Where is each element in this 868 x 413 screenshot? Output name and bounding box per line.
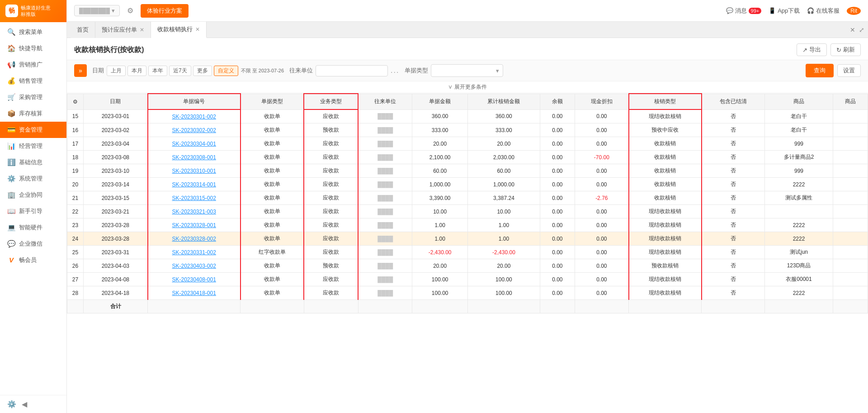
tab-close-all-icon[interactable]: ✕ [850, 26, 855, 33]
date-btn-last-month[interactable]: 上月 [107, 66, 126, 76]
sidebar-item-operation[interactable]: 📊经营管理 [0, 138, 66, 154]
th-voucher-type[interactable]: 单据类型 [241, 94, 304, 109]
cell-voucher-no[interactable]: SK-20230328-001 [148, 218, 241, 232]
cell-writeoff-type: 现结收款核销 [629, 286, 702, 300]
th-product1[interactable]: 商品 [765, 94, 833, 109]
tab-writeoff[interactable]: 收款核销执行 ✕ [151, 22, 207, 38]
cell-biz-type: 应收款 [304, 218, 358, 232]
tab-expand-icon[interactable]: ⤢ [859, 26, 864, 33]
th-date[interactable]: 日期 [84, 94, 148, 109]
date-btn-this-year[interactable]: 本年 [148, 66, 167, 76]
date-btn-custom[interactable]: 自定义 [214, 66, 238, 76]
messages-button[interactable]: 💬 消息 99+ [726, 7, 762, 15]
th-amount[interactable]: 单据金额 [412, 94, 468, 109]
tab-writeoff-close[interactable]: ✕ [195, 26, 200, 33]
sidebar-item-search[interactable]: 🔍搜索菜单 [0, 24, 66, 40]
query-button[interactable]: 查询 [806, 64, 834, 77]
table-row: 272023-04-08SK-20230408-001收款单应收款████100… [67, 273, 868, 286]
cell-voucher-no[interactable]: SK-20230403-002 [148, 259, 241, 273]
tab-receivable[interactable]: 预计应应付单 ✕ [95, 22, 151, 38]
cell-balance: 0.00 [540, 164, 575, 178]
tab-receivable-close[interactable]: ✕ [140, 27, 144, 33]
sidebar-item-finance[interactable]: 💳资金管理 [0, 122, 66, 138]
service-button[interactable]: 🎧 在线客服 [807, 7, 840, 15]
cell-voucher-no[interactable]: SK-20230301-002 [148, 109, 241, 123]
filter-voucher-select[interactable]: ▾ [431, 64, 503, 77]
sidebar-item-hardware[interactable]: 💻智能硬件 [0, 219, 66, 236]
cell-voucher-no[interactable]: SK-20230331-002 [148, 246, 241, 259]
info-icon: ℹ️ [7, 158, 15, 166]
main-area: ████████ ▾ ⚙ 体验行业方案 💬 消息 99+ 📱 App下载 🎧 在… [67, 0, 868, 413]
sidebar: 畅 畅康道好生意 标推版 🔍搜索菜单 🏠快捷导航 📢营销推广 💰销售管理 🛒采购… [0, 0, 67, 413]
sidebar-item-system[interactable]: ⚙️系统管理 [0, 171, 66, 187]
cell-voucher-no[interactable]: SK-20230321-003 [148, 205, 241, 218]
date-btn-more[interactable]: 更多 [193, 66, 212, 76]
cell-biz-type: 应收款 [304, 246, 358, 259]
cell-voucher-no[interactable]: SK-20230310-001 [148, 164, 241, 178]
filter-expand-button[interactable]: » [74, 64, 87, 77]
filter-partner-input[interactable] [316, 65, 388, 76]
cell-balance: 0.00 [540, 246, 575, 259]
cell-product2 [833, 191, 868, 205]
sidebar-item-wechat[interactable]: 💬企业微信 [0, 236, 66, 252]
date-btn-this-month[interactable]: 本月 [127, 66, 146, 76]
content-area: 收款核销执行(按收款) ↗ 导出 ↻ 刷新 » 日期 上月 本月 本 [67, 38, 868, 413]
sidebar-item-guide[interactable]: 📖新手引导 [0, 203, 66, 219]
sidebar-item-inventory[interactable]: 📦库存核算 [0, 105, 66, 122]
column-settings-icon[interactable]: ⚙ [73, 99, 78, 105]
chevron-down-icon: ▾ [112, 7, 115, 14]
expand-more-row[interactable]: ∨ 展开更多条件 [67, 81, 868, 93]
sidebar-item-marketing[interactable]: 📢营销推广 [0, 57, 66, 73]
collapse-icon[interactable]: ◀ [22, 400, 27, 408]
cell-date: 2023-03-01 [84, 109, 148, 123]
cell-voucher-no[interactable]: SK-20230315-002 [148, 191, 241, 205]
topbar-select[interactable]: ████████ ▾ [74, 5, 120, 16]
settings-icon[interactable]: ⚙️ [7, 400, 16, 408]
th-balance[interactable]: 余额 [540, 94, 575, 109]
export-button[interactable]: ↗ 导出 [797, 43, 827, 56]
sidebar-item-corp[interactable]: 🏢企业协同 [0, 187, 66, 203]
solution-button[interactable]: 体验行业方案 [141, 4, 189, 18]
tab-home[interactable]: 首页 [71, 22, 95, 38]
app-download-button[interactable]: 📱 App下载 [769, 7, 800, 15]
cell-cumulative: 60.00 [468, 164, 540, 178]
th-cash-discount[interactable]: 现金折扣 [575, 94, 628, 109]
cell-voucher-no[interactable]: SK-20230314-001 [148, 178, 241, 191]
cell-date: 2023-04-03 [84, 259, 148, 273]
th-biz-type[interactable]: 业务类型 [304, 94, 358, 109]
cell-balance: 0.00 [540, 286, 575, 300]
th-voucher-no[interactable]: 单据编号 [148, 94, 241, 109]
sidebar-item-member[interactable]: V畅会员 [0, 252, 66, 268]
date-btn-7days[interactable]: 近7天 [169, 66, 191, 76]
th-include-settled[interactable]: 包含已结清 [702, 94, 765, 109]
th-cumulative[interactable]: 累计核销金额 [468, 94, 540, 109]
refresh-icon: ↻ [836, 47, 841, 53]
cell-voucher-no[interactable]: SK-20230302-002 [148, 123, 241, 137]
th-writeoff-type[interactable]: 核销类型 [629, 94, 702, 109]
cell-cash-discount: 0.00 [575, 178, 628, 191]
cell-voucher-no[interactable]: SK-20230328-002 [148, 232, 241, 246]
topbar-gear-button[interactable]: ⚙ [123, 4, 137, 18]
cell-amount: 1.00 [412, 218, 468, 232]
sidebar-item-purchase[interactable]: 🛒采购管理 [0, 89, 66, 105]
setting-button[interactable]: 设置 [837, 64, 861, 77]
th-product2[interactable]: 商品 [833, 94, 868, 109]
sidebar-item-basic[interactable]: ℹ️基础信息 [0, 154, 66, 171]
cell-voucher-no[interactable]: SK-20230304-001 [148, 137, 241, 151]
table-footer-row: 合计 [67, 300, 868, 313]
th-gear[interactable]: ⚙ [67, 94, 84, 109]
cell-voucher-no[interactable]: SK-20230418-001 [148, 286, 241, 300]
sidebar-item-sales[interactable]: 💰销售管理 [0, 73, 66, 89]
th-partner[interactable]: 往来单位 [358, 94, 412, 109]
cell-no: 18 [67, 151, 84, 164]
cell-voucher-no[interactable]: SK-20230308-001 [148, 151, 241, 164]
cell-cash-discount: 0.00 [575, 246, 628, 259]
cell-voucher-no[interactable]: SK-20230408-001 [148, 273, 241, 286]
cell-product1: 老白干 [765, 123, 833, 137]
cell-no: 22 [67, 205, 84, 218]
sidebar-item-quicknav[interactable]: 🏠快捷导航 [0, 40, 66, 57]
user-avatar[interactable]: Rit [847, 7, 861, 15]
cell-no: 26 [67, 259, 84, 273]
refresh-button[interactable]: ↻ 刷新 [830, 43, 861, 56]
cell-amount: 360.00 [412, 109, 468, 123]
